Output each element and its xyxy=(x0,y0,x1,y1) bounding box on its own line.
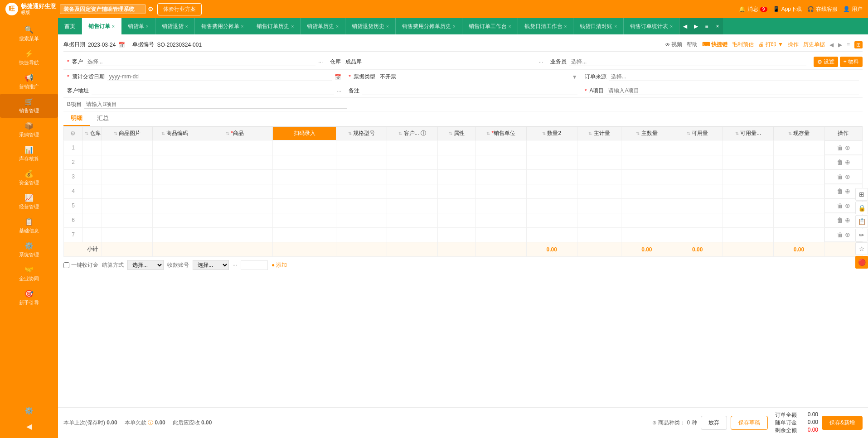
tab-order-history[interactable]: 销售订单历史 × xyxy=(250,18,301,34)
row-main-qty[interactable] xyxy=(621,213,672,227)
row-unit[interactable] xyxy=(475,155,526,169)
row-available2[interactable] xyxy=(723,140,774,155)
row-unit[interactable] xyxy=(475,227,526,242)
row-code[interactable] xyxy=(152,155,197,169)
sidebar-item-inventory[interactable]: 📊 库存核算 xyxy=(0,142,58,166)
row-customer-code[interactable] xyxy=(387,213,438,227)
tab-sales-expense[interactable]: 销售费用分摊单 × xyxy=(195,18,251,34)
sidebar-item-basic[interactable]: 📋 基础信息 xyxy=(0,214,58,238)
row-product[interactable] xyxy=(197,198,273,213)
row-available2[interactable] xyxy=(723,213,774,227)
row-spec[interactable] xyxy=(336,155,387,169)
row-code[interactable] xyxy=(152,227,197,242)
row-available[interactable] xyxy=(672,155,723,169)
tab-summary[interactable]: 汇总 xyxy=(90,111,116,126)
row-qty2[interactable] xyxy=(526,213,577,227)
row-warehouse[interactable] xyxy=(82,184,102,198)
row-attr[interactable] xyxy=(437,155,475,169)
payment-select[interactable]: 选择... xyxy=(127,260,164,270)
row-customer-code[interactable] xyxy=(387,184,438,198)
row-available[interactable] xyxy=(672,227,723,242)
grid-view-icon[interactable]: ≡ xyxy=(847,42,850,48)
nav-next-icon[interactable]: ▶ xyxy=(838,42,842,48)
calendar-icon[interactable]: 📅 xyxy=(118,42,125,48)
tab-close-icon[interactable]: × xyxy=(386,24,389,29)
row-stock[interactable] xyxy=(774,140,824,155)
delete-icon[interactable]: 🗑 xyxy=(837,188,843,195)
row-qty2[interactable] xyxy=(526,140,577,155)
sidebar-item-purchase[interactable]: 📦 采购管理 xyxy=(0,118,58,142)
row-spec[interactable] xyxy=(336,140,387,155)
one-click-input[interactable] xyxy=(63,262,69,268)
tab-close-icon[interactable]: × xyxy=(564,24,567,29)
tab-close-icon[interactable]: × xyxy=(614,24,617,29)
tab-sales-invoice[interactable]: 销货单 × xyxy=(121,18,155,34)
tab-return-history[interactable]: 销货退货历史 × xyxy=(345,18,396,34)
row-unit[interactable] xyxy=(475,140,526,155)
sidebar-item-nav[interactable]: ⚡ 快捷导航 xyxy=(0,46,58,70)
col-settings[interactable]: ⚙ xyxy=(64,127,83,140)
tab-menu-btn[interactable]: ≡ xyxy=(701,18,712,34)
row-attr[interactable] xyxy=(437,198,475,213)
row-customer-code[interactable] xyxy=(387,227,438,242)
row-stock[interactable] xyxy=(774,198,824,213)
row-spec[interactable] xyxy=(336,184,387,198)
account-select[interactable]: 选择... xyxy=(193,260,229,270)
tab-close-icon[interactable]: × xyxy=(453,24,456,29)
row-scan[interactable] xyxy=(273,213,336,227)
tab-close-icon[interactable]: × xyxy=(185,24,188,29)
sidebar-item-collab[interactable]: 🤝 企业协同 xyxy=(0,262,58,286)
row-customer-code[interactable] xyxy=(387,140,438,155)
copy-icon[interactable]: ⊕ xyxy=(845,231,850,238)
float-btn-3[interactable]: 📋 xyxy=(855,215,868,228)
float-btn-2[interactable]: 🔒 xyxy=(855,202,868,214)
amount-input[interactable]: 0.00 xyxy=(241,260,268,270)
tab-order-stats[interactable]: 销售订单统计表 × xyxy=(624,18,679,34)
row-unit[interactable] xyxy=(475,169,526,184)
row-main-qty[interactable] xyxy=(621,155,672,169)
delete-icon[interactable]: 🗑 xyxy=(837,173,843,180)
card-view-icon[interactable]: ⊞ xyxy=(854,41,863,48)
sidebar-item-settings[interactable]: ⚙️ xyxy=(0,403,58,419)
row-scan[interactable] xyxy=(273,155,336,169)
delete-icon[interactable]: 🗑 xyxy=(837,159,843,166)
row-code[interactable] xyxy=(152,140,197,155)
copy-icon[interactable]: ⊕ xyxy=(845,173,850,180)
row-available2[interactable] xyxy=(723,155,774,169)
row-customer-code[interactable] xyxy=(387,155,438,169)
a-project-input[interactable] xyxy=(606,87,859,95)
tab-home[interactable]: 首页 xyxy=(58,18,82,34)
row-spec[interactable] xyxy=(336,213,387,227)
solution-button[interactable]: 体验行业方案 xyxy=(157,3,202,15)
tab-prev-btn[interactable]: ◀ xyxy=(679,18,690,34)
copy-icon[interactable]: ⊕ xyxy=(845,217,850,224)
row-warehouse[interactable] xyxy=(82,198,102,213)
tab-close-icon[interactable]: × xyxy=(112,24,115,29)
b-project-input[interactable] xyxy=(84,100,347,109)
row-code[interactable] xyxy=(152,213,197,227)
customer-more-icon[interactable]: ··· xyxy=(318,59,323,65)
row-product[interactable] xyxy=(197,227,273,242)
row-warehouse[interactable] xyxy=(82,140,102,155)
row-attr[interactable] xyxy=(437,184,475,198)
tab-order-workbench[interactable]: 销售订单工作台 × xyxy=(462,18,518,34)
copy-icon[interactable]: ⊕ xyxy=(845,159,850,166)
row-stock[interactable] xyxy=(774,155,824,169)
app-download-btn[interactable]: 📱 App下载 xyxy=(773,5,802,13)
row-main-unit[interactable] xyxy=(577,155,621,169)
notification-btn[interactable]: 🔔 消息 9 xyxy=(739,5,767,13)
row-warehouse[interactable] xyxy=(82,227,102,242)
row-main-qty[interactable] xyxy=(621,169,672,184)
row-unit[interactable] xyxy=(475,198,526,213)
row-scan[interactable] xyxy=(273,184,336,198)
nav-prev-icon[interactable]: ◀ xyxy=(829,42,834,48)
tab-close-icon[interactable]: × xyxy=(146,24,149,29)
float-btn-5[interactable]: ☆ xyxy=(855,242,868,255)
row-code[interactable] xyxy=(152,169,197,184)
sidebar-collapse-btn[interactable]: ◀ xyxy=(0,419,58,434)
row-warehouse[interactable] xyxy=(82,213,102,227)
row-spec[interactable] xyxy=(336,169,387,184)
row-qty2[interactable] xyxy=(526,155,577,169)
tab-close-icon[interactable]: × xyxy=(509,24,511,29)
tab-next-btn[interactable]: ▶ xyxy=(690,18,701,34)
